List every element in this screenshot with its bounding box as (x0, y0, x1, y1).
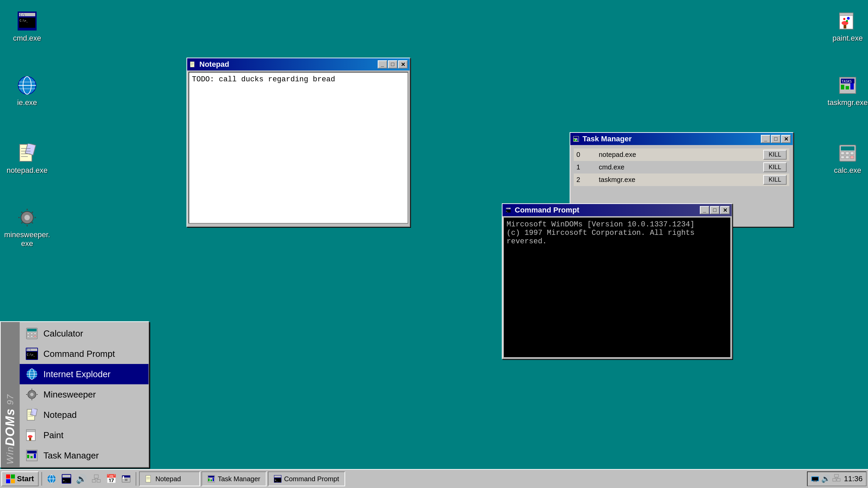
paint-sm-icon (25, 428, 39, 442)
notepad-maximize-button[interactable]: □ (388, 60, 397, 68)
notepad-close-button[interactable]: ✕ (398, 60, 408, 68)
desktop-icon-calc[interactable]: calc.exe (827, 142, 868, 175)
internet-exploder-icon (25, 367, 39, 381)
table-row: 1 cmd.exe KILL (574, 161, 789, 174)
start-menu-item-command-prompt[interactable]: C:\C:\>_ Command Prompt (20, 344, 149, 364)
svg-rect-102 (11, 479, 15, 483)
calculator-icon (25, 327, 39, 340)
taskmanager-maximize-button[interactable]: □ (771, 135, 781, 143)
process-id-2: 2 (576, 176, 593, 184)
svg-rect-125 (211, 480, 212, 481)
svg-rect-64 (31, 333, 33, 334)
start-menu-item-calculator[interactable]: Calculator (20, 323, 149, 344)
desktop-icon-minesweeper[interactable]: minesweeper. exe (7, 207, 47, 248)
svg-rect-63 (27, 333, 29, 334)
desktop-icon-taskmgr[interactable]: TASKS taskmgr.exe (827, 75, 868, 107)
taskmanager-titlebar-icon (572, 135, 580, 143)
svg-rect-52 (574, 137, 578, 138)
task-manager-sm-icon (25, 449, 39, 462)
svg-point-93 (28, 435, 33, 438)
cmd-line-2: (c) 1997 Mircosoft Corporation. All righ… (507, 229, 728, 237)
minesweeper-sm-icon (25, 388, 39, 401)
svg-rect-135 (834, 474, 839, 477)
taskmgr-label: taskmgr.exe (828, 98, 868, 107)
taskbar-taskmanager-button[interactable]: Task Manager (201, 471, 267, 486)
taskbar-quick-extra[interactable] (119, 472, 133, 486)
svg-point-32 (846, 20, 848, 22)
taskmanager-minimize-button[interactable]: _ (761, 135, 770, 143)
taskbar-quick-cal[interactable]: 📅 (104, 472, 118, 486)
svg-rect-37 (846, 86, 849, 89)
start-menu-item-task-manager[interactable]: Task Manager (20, 445, 149, 466)
svg-point-31 (843, 18, 845, 20)
svg-text:>_: >_ (275, 479, 278, 482)
cmd-line-3: reversed. (507, 237, 728, 246)
svg-rect-117 (123, 476, 124, 479)
start-button[interactable]: Start (1, 471, 39, 486)
svg-rect-128 (274, 475, 281, 477)
svg-rect-137 (837, 479, 840, 481)
svg-rect-134 (813, 481, 817, 482)
taskmgr-icon: TASKS (837, 75, 859, 96)
taskbar-cmdprompt-button[interactable]: >_ Command Prompt (268, 471, 345, 486)
svg-text:C:\>_: C:\>_ (20, 19, 28, 22)
svg-rect-45 (846, 156, 849, 159)
notepad-minimize-button[interactable]: _ (378, 60, 387, 68)
desktop-icon-ie[interactable]: ie.exe (7, 75, 47, 107)
svg-text:C:\>_: C:\>_ (27, 353, 35, 357)
cmdprompt-close-button[interactable]: ✕ (720, 206, 730, 214)
svg-rect-40 (841, 146, 854, 150)
calc-label: calc.exe (834, 166, 862, 175)
svg-rect-91 (26, 430, 35, 432)
desktop-icon-notepad[interactable]: notepad.exe (7, 142, 47, 175)
start-menu-item-paint[interactable]: Paint (20, 425, 149, 445)
cmdprompt-content[interactable]: Mircosoft WinDOMs [Version 10.0.1337.123… (504, 218, 730, 357)
start-menu-item-notepad[interactable]: Notepad (20, 405, 149, 425)
svg-rect-96 (27, 455, 29, 458)
desktop-icon-cmd[interactable]: C:\C:\>_ cmd.exe (7, 10, 47, 43)
start-menu-item-minesweeper[interactable]: Minesweeper (20, 384, 149, 405)
kill-button-1[interactable]: KILL (763, 162, 787, 172)
svg-line-138 (834, 477, 836, 479)
taskbar-quick-cmd[interactable]: >_ (60, 472, 73, 486)
svg-point-30 (847, 17, 850, 20)
desktop-icon-paint[interactable]: paint.exe (827, 10, 868, 43)
svg-rect-62 (27, 329, 37, 331)
svg-rect-27 (840, 13, 853, 16)
svg-point-17 (24, 215, 30, 220)
start-menu-item-internet-exploder[interactable]: Internet Exploder (20, 364, 149, 384)
svg-line-114 (96, 478, 99, 480)
svg-rect-53 (574, 139, 575, 141)
notepad-content[interactable]: TODO: call ducks regarding bread (189, 72, 408, 224)
taskmanager-close-button[interactable]: ✕ (781, 135, 791, 143)
paint-icon (837, 10, 859, 32)
ie-label: ie.exe (17, 98, 37, 107)
taskbar-notepad-button[interactable]: Notepad (139, 471, 200, 486)
taskbar-quick-ie[interactable] (45, 472, 58, 486)
start-menu: WinDOMs 97 Calculator C:\C:\>_ Command P… (0, 321, 149, 468)
svg-rect-132 (812, 477, 818, 481)
taskbar-quick-vol[interactable]: 🔊 (75, 472, 88, 486)
svg-rect-66 (27, 336, 29, 337)
notepad-sm-label: Notepad (43, 410, 77, 420)
desktop: C:\C:\>_ cmd.exe ie.exe notepad.exe mine… (0, 0, 868, 488)
start-menu-sidebar: WinDOMs 97 (1, 322, 20, 467)
start-menu-sidebar-text: WinDOMs 97 (3, 394, 17, 464)
taskbar-divider-1 (41, 472, 42, 486)
notepad-titlebar-buttons: _ □ ✕ (378, 60, 408, 68)
svg-text:C:\: C:\ (27, 348, 31, 351)
svg-rect-124 (208, 479, 210, 481)
taskbar-divider-2 (136, 472, 136, 486)
taskbar-quick-net[interactable] (90, 472, 103, 486)
svg-rect-46 (850, 156, 854, 159)
process-name-2: taskmgr.exe (599, 176, 758, 184)
kill-button-2[interactable]: KILL (763, 175, 787, 185)
start-label: Start (17, 474, 34, 483)
cmdprompt-title: Command Prompt (515, 206, 697, 215)
cmdprompt-minimize-button[interactable]: _ (700, 206, 709, 214)
cmdprompt-maximize-button[interactable]: □ (710, 206, 719, 214)
svg-rect-98 (34, 454, 36, 458)
svg-rect-47 (190, 62, 194, 67)
kill-button-0[interactable]: KILL (763, 150, 787, 160)
svg-rect-55 (577, 138, 578, 141)
